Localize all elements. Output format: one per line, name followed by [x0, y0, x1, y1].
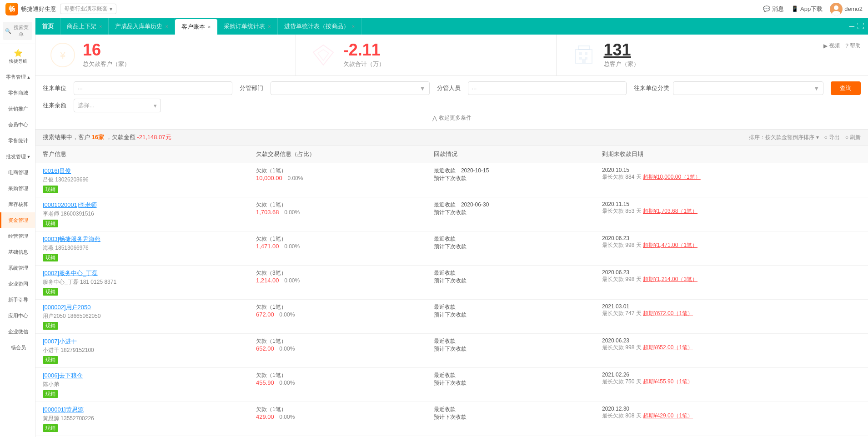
tab-purchase-order[interactable]: 采购订单统计表 × [217, 18, 277, 35]
sidebar-item-marketing[interactable]: 营销推广 [0, 101, 35, 117]
collapse-bar[interactable]: ⋀ 收起更多条件 [43, 112, 861, 124]
tab-label-home: 首页 [42, 22, 54, 30]
tab-home[interactable]: 首页 [35, 18, 60, 35]
debt-amount-4: 672.00 [256, 311, 274, 318]
collapse-label: 收起更多条件 [439, 114, 472, 122]
overdue-amount-link-2[interactable]: 超期¥1,471.00（1笔） [643, 242, 697, 248]
overdue-amount-link-3[interactable]: 超期¥1,214.00（3笔） [643, 276, 697, 282]
tab-close-customer-account[interactable]: × [208, 24, 211, 30]
overdue-amount-link-1[interactable]: 超期¥1,703.68（1笔） [643, 208, 697, 214]
sidebar-label-new-guide: 新手引导 [8, 296, 28, 303]
customer-name-4[interactable]: [000002]用户2050 [43, 304, 91, 311]
source-unit-dots: ··· [78, 85, 83, 92]
chevron-icon: ▲ [27, 75, 31, 80]
overdue-amount-link-5[interactable]: 超期¥652.00（1笔） [643, 344, 693, 351]
sidebar-item-retail-mgmt[interactable]: 零售管理 ▲ [0, 69, 35, 85]
sidebar-item-retail-stats[interactable]: 零售统计 [0, 133, 35, 149]
sidebar-label-finance-mgmt: 资金管理 [8, 217, 28, 224]
customer-name-6[interactable]: [0006]去下粮仓 [43, 372, 83, 379]
search-menu-btn[interactable]: 🔍 搜索菜单 [3, 22, 32, 40]
customer-name-7[interactable]: [000001]黄思源 [43, 406, 84, 413]
sidebar-item-batch-mgmt[interactable]: 批发管理 ▼ [0, 149, 35, 165]
customer-name-5[interactable]: [0007]小进干 [43, 338, 77, 345]
sidebar-item-member-plus[interactable]: 畅会员 [0, 340, 35, 356]
search-button[interactable]: 查询 [831, 81, 861, 95]
sidebar-item-operations-mgmt[interactable]: 经营管理 [0, 228, 35, 244]
due-date-5: 2020.06.23 [602, 337, 861, 344]
next-payment-1: 预计下次收款 [434, 209, 587, 216]
debt-amount-2: 1,471.00 [256, 243, 279, 250]
recent-payment-label-0: 最近收款 [434, 167, 456, 174]
tab-customer-account[interactable]: 客户账本 × [175, 19, 217, 35]
sidebar-label-system-mgmt: 系统管理 [8, 265, 28, 271]
customer-name-3[interactable]: [0002]服务中心_丁磊 [43, 270, 98, 276]
tab-maximize-btn[interactable]: ⛶ [857, 22, 864, 30]
next-payment-2: 预计下次收款 [434, 243, 587, 251]
chevron-up-icon: ⋀ [432, 115, 437, 121]
due-date-2: 2020.06.23 [602, 235, 861, 241]
tab-product-history[interactable]: 产成品入库单历史 × [109, 18, 175, 35]
sidebar-item-new-guide[interactable]: 新手引导 [0, 292, 35, 308]
stat-info-overdue-amount: -2.11 欠款合计（万） [343, 42, 385, 68]
sidebar-item-app-center[interactable]: 应用中心 [0, 308, 35, 324]
overdue-amount-link-0[interactable]: 超期¥10,000.00（1笔） [643, 174, 701, 180]
source-unit-input[interactable]: ··· [74, 81, 232, 95]
dept-select[interactable]: ▼ [271, 81, 429, 95]
help-btn[interactable]: ? 帮助 [845, 42, 861, 50]
tab-close-product-off[interactable]: × [99, 24, 102, 29]
customer-name-0[interactable]: [0016]吕俊 [43, 167, 71, 174]
balance-select[interactable]: 选择... ▾ [74, 99, 161, 112]
app-download-btn[interactable]: 📱 App下载 [791, 5, 823, 13]
cell-debt-info-6: 欠款（1笔） 455.90 0.00% [249, 368, 426, 402]
tab-minimize-btn[interactable]: ─ [849, 22, 854, 30]
sidebar-item-member-center[interactable]: 会员中心 [0, 117, 35, 133]
sidebar-item-basic-info[interactable]: 基础信息 [0, 244, 35, 260]
debt-label-0: 欠款（1笔） [256, 167, 419, 175]
tab-label-product-off: 商品上下架 [67, 22, 96, 30]
overdue-amount-link-6[interactable]: 超期¥455.90（1笔） [643, 378, 693, 385]
max-overdue-days-0: 最长欠款 884 天 [602, 174, 643, 180]
sidebar-search-area: 🔍 搜索菜单 [0, 18, 35, 44]
table-container: 客户信息 欠款交易信息（占比） 回款情况 到期未收款日期 [0016]吕俊 吕俊… [35, 146, 868, 437]
sidebar-item-quick-nav[interactable]: ⭐ 快捷导航 [0, 44, 35, 69]
sidebar-item-inventory[interactable]: 库存核算 [0, 196, 35, 212]
overdue-amount-link-4[interactable]: 超期¥672.00（1笔） [643, 310, 693, 316]
sidebar-item-enterprise-collab[interactable]: 企业协同 [0, 276, 35, 292]
sidebar-item-purchase-mgmt[interactable]: 采购管理 [0, 181, 35, 196]
sidebar-item-system-mgmt[interactable]: 系统管理 [0, 260, 35, 276]
recent-payment-date-1: 2020-06-30 [461, 201, 489, 208]
refresh-btn[interactable]: ○ 刷新 [845, 134, 861, 141]
message-btn[interactable]: 💬 消息 [763, 5, 784, 13]
stats-bar: ¥ 16 总欠款客户（家） -2.11 欠款合计（万） [35, 35, 868, 76]
user-avatar-btn[interactable]: demo2 [830, 3, 863, 15]
tab-product-off[interactable]: 商品上下架 × [60, 18, 109, 35]
export-btn[interactable]: ○ 导出 [824, 134, 840, 141]
sidebar-item-retail-mall[interactable]: 零售商城 [0, 85, 35, 101]
tab-close-product-history[interactable]: × [165, 24, 168, 29]
company-selector[interactable]: 母婴行业演示账套 ▾ [60, 4, 116, 14]
sidebar-label-ecommerce-mgmt: 电商管理 [8, 169, 28, 176]
cell-due-date-3: 2020.06.23 最长欠款 998 天 超期¥1,214.00（3笔） [595, 266, 868, 300]
sidebar-item-ecommerce-mgmt[interactable]: 电商管理 [0, 165, 35, 181]
sidebar-item-finance-mgmt[interactable]: 资金管理 [0, 212, 35, 228]
tab-import-stats[interactable]: 进货单统计表（按商品） × [278, 18, 361, 35]
person-input[interactable]: ··· [468, 81, 627, 95]
cell-debt-info-3: 欠款（3笔） 1,214.00 0.00% [249, 266, 426, 300]
sort-select[interactable]: 排序：按欠款金额倒序排序 ▾ [749, 134, 819, 141]
customer-name-2[interactable]: [0003]畅捷服务尹海燕 [43, 236, 100, 242]
result-amount: -21,148.07元 [137, 134, 171, 141]
chevron-down-icon: ▾ [110, 6, 112, 12]
sidebar-item-enterprise-wechat[interactable]: 企业微信 [0, 324, 35, 340]
recent-payment-date-0: 2020-10-15 [461, 167, 489, 174]
recent-payment-label-6: 最近收款 [434, 372, 456, 378]
tab-close-purchase-order[interactable]: × [268, 24, 271, 29]
tab-close-import-stats[interactable]: × [352, 24, 355, 29]
cell-customer-info-5: [0007]小进干 小进干 18279152100 现销 [35, 334, 249, 368]
category-select[interactable]: ▼ [673, 81, 823, 95]
col-header-payment-status: 回款情况 [426, 146, 595, 163]
stat-icon-building [571, 42, 597, 68]
customer-name-1[interactable]: [0001020001]李老师 [43, 201, 97, 208]
video-btn[interactable]: ▶ 视频 [823, 42, 840, 50]
customer-tag-6: 现销 [43, 390, 58, 398]
overdue-amount-link-7[interactable]: 超期¥429.00（1笔） [643, 412, 693, 419]
